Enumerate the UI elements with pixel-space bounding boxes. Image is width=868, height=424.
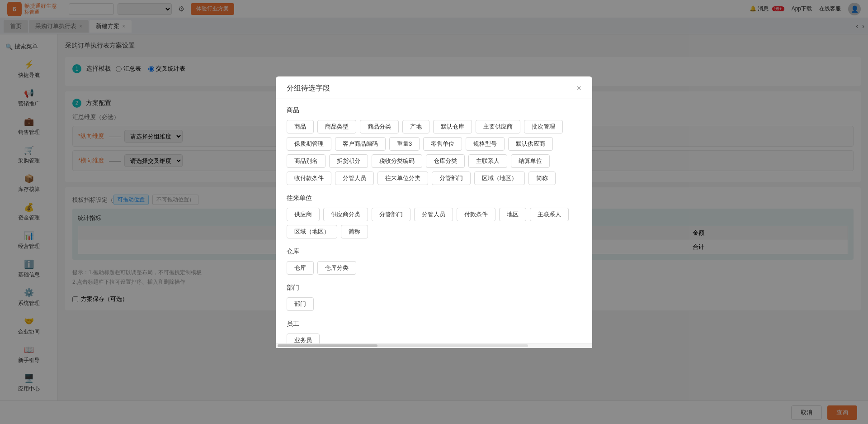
partner-fields: 供应商 供应商分类 分管部门 分管人员 付款条件 地区 主联系人 区域（地区） …	[287, 208, 581, 238]
dept-fields: 部门	[287, 297, 581, 311]
field-group-warehouse-title: 仓库	[287, 248, 581, 256]
field-tag[interactable]: 零售单位	[423, 137, 462, 151]
field-select-modal: 分组待选字段 × 商品 商品 商品类型 商品分类 产地 默认仓库 主要供应商 批…	[276, 76, 592, 348]
field-group-partner: 往来单位 供应商 供应商分类 分管部门 分管人员 付款条件 地区 主联系人 区域…	[287, 194, 581, 238]
employee-fields: 业务员	[287, 333, 581, 344]
field-tag[interactable]: 简称	[528, 172, 556, 185]
modal-close-button[interactable]: ×	[576, 84, 581, 93]
field-tag[interactable]: 收付款条件	[287, 172, 331, 185]
field-group-employee-title: 员工	[287, 320, 581, 328]
field-tag[interactable]: 税收分类编码	[372, 154, 422, 168]
field-group-partner-title: 往来单位	[287, 194, 581, 202]
field-tag[interactable]: 主联系人	[530, 208, 569, 221]
field-group-warehouse: 仓库 仓库 仓库分类	[287, 248, 581, 275]
field-tag[interactable]: 付款条件	[457, 208, 495, 221]
modal-title: 分组待选字段	[287, 84, 330, 93]
field-group-product: 商品 商品 商品类型 商品分类 产地 默认仓库 主要供应商 批次管理 保质期管理…	[287, 106, 581, 185]
field-group-dept-title: 部门	[287, 284, 581, 292]
field-tag[interactable]: 供应商分类	[323, 208, 368, 221]
field-tag[interactable]: 往来单位分类	[377, 172, 428, 185]
field-tag[interactable]: 批次管理	[524, 120, 563, 133]
field-tag[interactable]: 地区	[499, 208, 526, 221]
field-tag[interactable]: 产地	[402, 120, 429, 133]
field-tag[interactable]: 仓库分类	[426, 154, 465, 168]
field-tag[interactable]: 供应商	[287, 208, 320, 221]
field-tag[interactable]: 区域（地区）	[474, 172, 525, 185]
modal-body: 商品 商品 商品类型 商品分类 产地 默认仓库 主要供应商 批次管理 保质期管理…	[276, 99, 592, 344]
field-tag[interactable]: 主联系人	[468, 154, 507, 168]
field-tag[interactable]: 客户商品编码	[335, 137, 386, 151]
field-tag[interactable]: 简称	[341, 225, 368, 238]
product-fields: 商品 商品类型 商品分类 产地 默认仓库 主要供应商 批次管理 保质期管理 客户…	[287, 120, 581, 185]
field-tag[interactable]: 拆货积分	[329, 154, 368, 168]
modal-overlay: 分组待选字段 × 商品 商品 商品类型 商品分类 产地 默认仓库 主要供应商 批…	[0, 0, 868, 424]
field-tag[interactable]: 主要供应商	[476, 120, 520, 133]
field-group-product-title: 商品	[287, 106, 581, 114]
field-tag[interactable]: 商品	[287, 120, 314, 133]
field-tag[interactable]: 分管部门	[432, 172, 471, 185]
field-tag[interactable]: 部门	[287, 297, 314, 311]
field-tag[interactable]: 仓库	[287, 261, 314, 275]
field-tag[interactable]: 商品类型	[317, 120, 356, 133]
field-tag[interactable]: 重量3	[389, 137, 420, 151]
modal-header: 分组待选字段 ×	[276, 76, 592, 99]
field-group-employee: 员工 业务员	[287, 320, 581, 344]
field-tag[interactable]: 保质期管理	[287, 137, 331, 151]
field-tag[interactable]: 结算单位	[511, 154, 550, 168]
field-tag[interactable]: 业务员	[287, 333, 320, 344]
field-tag[interactable]: 仓库分类	[317, 261, 356, 275]
field-tag[interactable]: 分管部门	[372, 208, 410, 221]
field-tag[interactable]: 商品分类	[360, 120, 399, 133]
modal-horizontal-scrollbar[interactable]	[276, 343, 592, 348]
field-group-dept: 部门 部门	[287, 284, 581, 311]
warehouse-fields: 仓库 仓库分类	[287, 261, 581, 275]
field-tag[interactable]: 默认供应商	[508, 137, 553, 151]
field-tag[interactable]: 默认仓库	[433, 120, 472, 133]
field-tag[interactable]: 商品别名	[287, 154, 326, 168]
field-tag[interactable]: 分管人员	[414, 208, 453, 221]
field-tag[interactable]: 区域（地区）	[287, 225, 337, 238]
field-tag[interactable]: 规格型号	[466, 137, 505, 151]
field-tag[interactable]: 分管人员	[335, 172, 374, 185]
